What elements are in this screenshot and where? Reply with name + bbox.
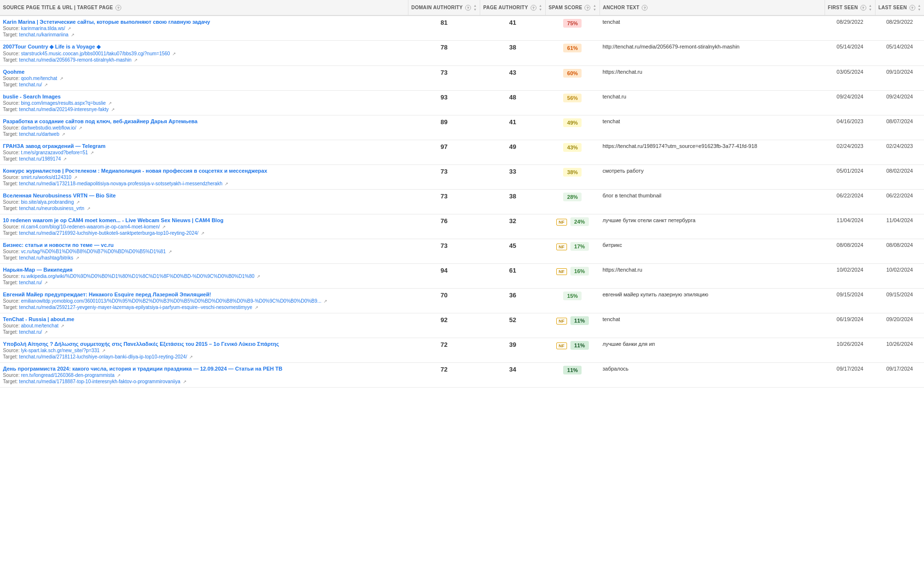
page-title-link[interactable]: 2007Tour Country ◆ Life is a Voyage ◆ (3, 44, 100, 49)
first-seen-value: 10/02/2024 (837, 267, 863, 273)
page-title-link[interactable]: Karin Marina | Эстетические сайты, котор… (3, 19, 210, 25)
spam-badge: 61% (563, 44, 582, 52)
target-url-link[interactable]: tenchat.ru/karinmariina (19, 32, 68, 37)
source-ext-icon: ↗ (172, 51, 176, 56)
da-cell: 78 (408, 41, 480, 66)
da-cell: 76 (408, 214, 480, 239)
target-url-link[interactable]: tenchat.ru/media/1718887-top-10-interesn… (19, 379, 180, 384)
spam-cell: NF 11% (545, 313, 600, 338)
anchor-info-icon[interactable]: ? (642, 5, 648, 11)
target-url-link[interactable]: tenchat.ru/ (19, 82, 42, 87)
source-url-link[interactable]: dartwebstudio.webflow.io/ (21, 125, 76, 130)
first-seen-value: 10/26/2024 (837, 341, 863, 347)
target-url-link[interactable]: tenchat.ru/hashtag/bitriks (19, 255, 73, 260)
source-url-link[interactable]: ren.tv/longread/1260368-den-programmista (21, 373, 114, 378)
source-url-link[interactable]: starstruck45.music.coocan.jp/bbs00011/ta… (21, 51, 170, 56)
first-seen-cell: 06/22/2024 (825, 190, 875, 214)
da-cell: 93 (408, 91, 480, 115)
source-cell: Конкурс журналистов | Ростелеком : Медиа… (0, 165, 408, 190)
target-url-link[interactable]: tenchat.ru/neurobusiness_vrtn (19, 206, 84, 211)
pa-value: 33 (509, 168, 516, 175)
source-url-link[interactable]: t.me/s/granzazavod?before=51 (21, 150, 88, 155)
source-url-link[interactable]: lyk-spart.lak.sch.gr/new_site/?p=331 (21, 348, 99, 353)
first-seen-value: 09/15/2024 (837, 292, 863, 297)
target-url-link[interactable]: tenchat.ru/media/202149-interesnye-fakty (19, 107, 109, 112)
pa-sort[interactable]: ▲▼ (539, 4, 542, 11)
source-url-link[interactable]: ru.wikipedia.org/wiki/%D0%9D%D0%B0%D1%80… (21, 274, 254, 279)
spam-badge: 75% (563, 19, 582, 28)
source-cell: 2007Tour Country ◆ Life is a Voyage ◆ So… (0, 41, 408, 66)
page-title-link[interactable]: TenChat - Russia | about.me (3, 316, 74, 322)
anchor-value: блог в tenchat thumbnail (602, 193, 661, 198)
page-title-link[interactable]: Бизнес: статьи и новости по теме — vc.ru (3, 242, 113, 248)
page-title-link[interactable]: Вселенная Neurobusiness VRTN — Bio Site (3, 193, 116, 198)
anchor-cell: блог в tenchat thumbnail (600, 190, 825, 214)
pa-value: 45 (509, 242, 516, 249)
pa-cell: 45 (480, 239, 546, 264)
spam-badge: 38% (563, 168, 582, 177)
page-title-link[interactable]: Нарьян-Мар — Википедия (3, 267, 72, 273)
target-url-link[interactable]: tenchat.ru/dartweb (19, 131, 59, 137)
page-title-link[interactable]: Qoohme (3, 69, 25, 75)
page-title-link[interactable]: Разработка и создание сайтов под ключ, в… (3, 118, 197, 124)
source-url-link[interactable]: smirt.ru/works/d124310 (21, 175, 71, 180)
da-value: 94 (440, 267, 447, 274)
last-seen-value: 09/10/2024 (886, 69, 913, 75)
source-url-link[interactable]: bio.site/alya.probranding (21, 199, 74, 205)
first-seen-sort[interactable]: ▲▼ (869, 4, 872, 11)
target-url-link[interactable]: tenchat.ru/media/2718112-luchshiye-onlay… (19, 354, 187, 359)
page-title-link[interactable]: Υποβολή Αίτησης ? Δήλωσης συμμετοχής στι… (3, 341, 279, 347)
da-value: 93 (440, 94, 447, 101)
last-seen-cell: 05/14/2024 (875, 41, 924, 66)
source-ext-icon: ↗ (74, 175, 78, 180)
anchor-cell: https://tenchat.ru (600, 264, 825, 289)
spam-info-icon[interactable]: ? (584, 5, 590, 11)
table-row: buslie - Search Images Source: bing.com/… (0, 91, 924, 115)
source-url-link[interactable]: nl.cam4.com/blog/10-redenen-waarom-je-op… (21, 224, 160, 229)
source-url-link[interactable]: bing.com/images/results.aspx?q=buslie (21, 100, 106, 106)
target-ext-icon: ↗ (76, 256, 80, 260)
anchor-value: tenchat (602, 316, 620, 322)
source-info-icon[interactable]: ? (115, 5, 121, 11)
source-url-link[interactable]: emilianowltdp.yomoblog.com/36001013/%D0%… (21, 298, 321, 304)
target-ext-icon: ↗ (62, 132, 65, 137)
table-row: Вселенная Neurobusiness VRTN — Bio Site … (0, 190, 924, 214)
target-ext-icon: ↗ (183, 379, 187, 384)
first-seen-cell: 05/14/2024 (825, 41, 875, 66)
da-value: 76 (440, 217, 447, 225)
first-seen-value: 03/05/2024 (837, 69, 863, 75)
da-cell: 92 (408, 313, 480, 338)
pa-info-icon[interactable]: ? (531, 5, 536, 11)
da-value: 73 (440, 69, 447, 76)
first-seen-value: 02/24/2023 (837, 143, 863, 149)
page-title-link[interactable]: Конкурс журналистов | Ростелеком : Медиа… (3, 168, 267, 174)
target-url-link[interactable]: tenchat.ru/media/2716992-luchshiye-butik… (19, 230, 198, 236)
first-seen-info-icon[interactable]: ? (860, 5, 866, 11)
last-seen-info-icon[interactable]: ? (909, 5, 915, 11)
spam-sort[interactable]: ▲▼ (593, 4, 596, 11)
target-url-link[interactable]: tenchat.ru/ (19, 280, 42, 285)
last-seen-cell: 08/29/2022 (875, 16, 924, 41)
da-sort[interactable]: ▲▼ (473, 4, 477, 11)
target-ext-icon: ↗ (87, 206, 91, 211)
da-value: 81 (440, 19, 447, 26)
page-title-link[interactable]: buslie - Search Images (3, 94, 61, 99)
target-url-link[interactable]: tenchat.ru/media/2592127-yevgeniy-mayer-… (19, 305, 252, 310)
target-url-link[interactable]: tenchat.ru/media/2056679-remont-stiralny… (19, 57, 131, 63)
source-url-link[interactable]: vc.ru/tag/%D0%B1%D0%B8%D0%B7%D0%BD%D0%B5… (21, 249, 165, 254)
anchor-value: битрикс (602, 242, 622, 248)
page-title-link[interactable]: 10 redenen waarom je op CAM4 moet komen.… (3, 217, 224, 223)
target-url-link[interactable]: tenchat.ru/1989174 (19, 156, 61, 162)
page-title-link[interactable]: ГРАНЗА завод ограждений — Telegram (3, 143, 105, 149)
last-seen-sort[interactable]: ▲▼ (918, 4, 921, 11)
target-url-link[interactable]: tenchat.ru/media/1732118-mediapolitisiya… (19, 181, 222, 186)
da-info-icon[interactable]: ? (465, 5, 471, 11)
table-row: Нарьян-Мар — Википедия Source: ru.wikipe… (0, 264, 924, 289)
source-url-link[interactable]: qooh.me/tenchat (21, 76, 57, 81)
source-url-link[interactable]: karinmarina.tilda.ws/ (21, 26, 65, 31)
page-title-link[interactable]: День программиста 2024: какого числа, ис… (3, 366, 282, 372)
page-title-link[interactable]: Евгений Майер предупреждает: Никакого Es… (3, 292, 211, 297)
target-url-link[interactable]: tenchat.ru/ (19, 329, 42, 335)
source-url-link[interactable]: about.me/tenchat (21, 323, 58, 328)
col-header-first-seen: FIRST SEEN ? ▲▼ (825, 0, 875, 16)
